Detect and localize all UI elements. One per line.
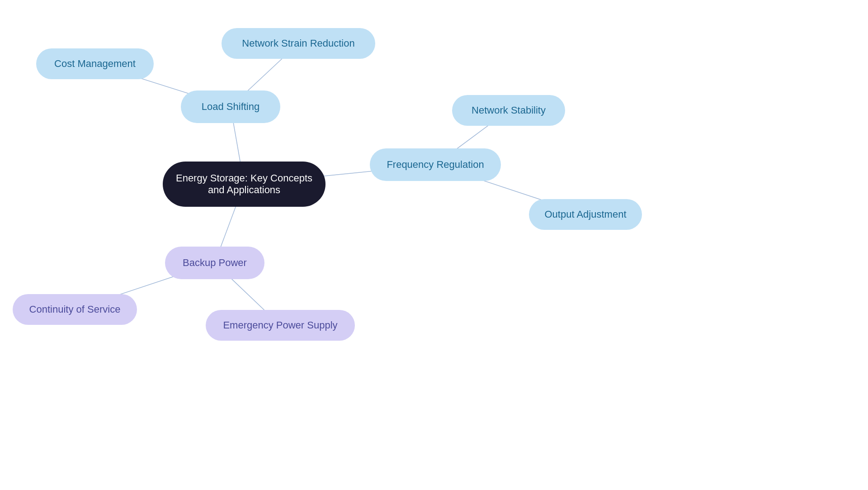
output-adjustment-node: Output Adjustment bbox=[529, 199, 642, 230]
load-shifting-node: Load Shifting bbox=[181, 90, 280, 123]
emergency-power-node: Emergency Power Supply bbox=[206, 310, 355, 341]
frequency-regulation-node: Frequency Regulation bbox=[370, 148, 501, 181]
network-strain-node: Network Strain Reduction bbox=[222, 28, 375, 59]
continuity-of-service-node: Continuity of Service bbox=[13, 294, 137, 325]
central-node: Energy Storage: Key Concepts and Applica… bbox=[163, 162, 326, 207]
backup-power-node: Backup Power bbox=[165, 247, 264, 279]
cost-management-node: Cost Management bbox=[36, 48, 154, 79]
network-stability-node: Network Stability bbox=[452, 95, 565, 126]
